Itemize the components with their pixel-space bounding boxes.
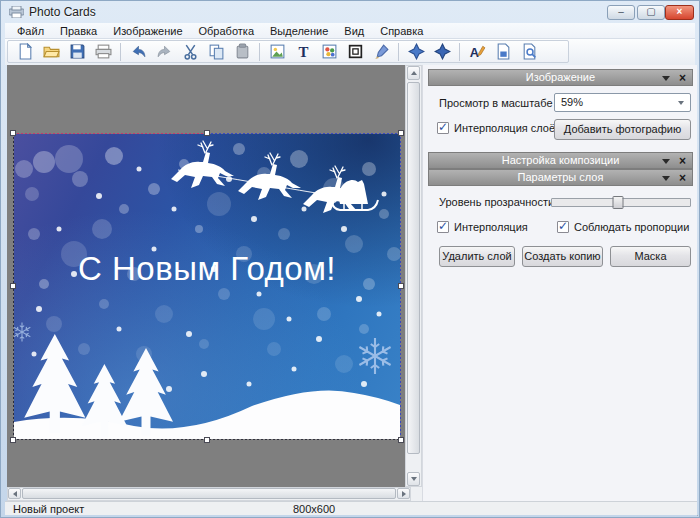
new-document-icon	[17, 43, 34, 60]
print-icon	[95, 43, 112, 60]
mask-button[interactable]: Маска	[610, 246, 691, 267]
toolbar-button-edit-text[interactable]: A	[464, 42, 490, 62]
section-header-image[interactable]: Изображение ×	[428, 69, 693, 86]
menu-item-1[interactable]: Файл	[9, 24, 52, 38]
resize-grip[interactable]	[693, 511, 694, 512]
checkbox-label: Интерполяция слоёв	[454, 122, 561, 134]
keep-proportions-checkbox[interactable]: Соблюдать пропорции	[557, 221, 689, 233]
toolbar-separator	[120, 43, 121, 61]
scroll-right-button[interactable]	[397, 488, 410, 499]
menu-item-7[interactable]: Справка	[372, 24, 431, 38]
arrow-down-icon	[411, 477, 417, 481]
toolbar-button-paste[interactable]	[229, 42, 255, 62]
paint-effects-icon	[373, 43, 390, 60]
toolbar-button-open-project[interactable]	[38, 42, 64, 62]
checkbox-label: Соблюдать пропорции	[574, 221, 689, 233]
collapse-icon[interactable]	[662, 176, 670, 181]
status-project-name: Новый проект	[13, 503, 84, 515]
toolbar-button-print[interactable]	[90, 42, 116, 62]
open-project-icon	[43, 43, 60, 60]
checkbox-box	[437, 221, 449, 233]
scroll-up-button[interactable]	[407, 66, 420, 80]
scrollbar-corner	[411, 487, 422, 501]
menu-item-6[interactable]: Вид	[336, 24, 372, 38]
vertical-scrollbar[interactable]	[405, 65, 422, 487]
interpolation-checkbox[interactable]: Интерполяция	[437, 221, 528, 233]
checkbox-box	[437, 122, 449, 134]
toolbar-button-cut[interactable]	[177, 42, 203, 62]
interpolate-layers-checkbox[interactable]: Интерполяция слоёв	[437, 122, 561, 134]
flip-horizontal-icon	[408, 43, 425, 60]
toolbar-icons: TA	[7, 40, 569, 63]
toolbar-button-add-text[interactable]: T	[290, 42, 316, 62]
menu-item-4[interactable]: Обработка	[191, 24, 262, 38]
toolbar-separator	[459, 43, 460, 61]
add-photo-button[interactable]: Добавить фотографию	[554, 119, 691, 140]
checkbox-box	[557, 221, 569, 233]
toolbar-separator	[259, 43, 260, 61]
undo-icon	[130, 43, 147, 60]
menu-item-2[interactable]: Правка	[52, 24, 105, 38]
marquee-edge-bottom	[13, 439, 401, 440]
toolbar-button-paint-effects[interactable]	[368, 42, 394, 62]
toolbar-button-copy[interactable]	[203, 42, 229, 62]
scroll-down-button[interactable]	[407, 472, 420, 486]
opacity-slider-thumb[interactable]	[613, 196, 624, 209]
section-title: Настройка композиции	[502, 154, 620, 166]
toolbar-button-save-project[interactable]	[64, 42, 90, 62]
opacity-slider[interactable]	[551, 195, 691, 210]
combo-arrow-icon	[678, 101, 684, 105]
edit-text-icon: A	[469, 43, 486, 60]
status-bar: Новый проект 800x600	[5, 501, 697, 515]
add-text-icon: T	[295, 43, 312, 60]
toolbar-button-flip-horizontal[interactable]	[403, 42, 429, 62]
collapse-icon[interactable]	[662, 76, 670, 81]
collapse-icon[interactable]	[662, 159, 670, 164]
menu-item-5[interactable]: Выделение	[262, 24, 336, 38]
add-image-icon	[269, 43, 286, 60]
zoom-value: 59%	[561, 96, 583, 108]
card-layer[interactable]: С Новым Годом!	[14, 134, 400, 439]
arrow-right-icon	[402, 491, 406, 497]
toolbar-button-flip-vertical[interactable]	[429, 42, 455, 62]
close-button[interactable]: ×	[665, 5, 694, 20]
side-panel: Изображение × Просмотр в масштабе 59% Ин…	[422, 65, 697, 501]
delete-layer-button[interactable]: Удалить слой	[439, 246, 515, 267]
opacity-label: Уровень прозрачности	[439, 196, 554, 208]
toolbar-button-undo[interactable]	[125, 42, 151, 62]
save-project-icon	[69, 43, 86, 60]
cut-icon	[182, 43, 199, 60]
minimize-button[interactable]: –	[607, 5, 635, 20]
section-close-icon[interactable]: ×	[679, 154, 686, 168]
toolbar-button-add-frame[interactable]	[342, 42, 368, 62]
menu-item-3[interactable]: Изображение	[105, 24, 190, 38]
preview-document-icon	[521, 43, 538, 60]
toolbar-button-redo[interactable]	[151, 42, 177, 62]
flip-vertical-icon	[434, 43, 451, 60]
toolbar-button-new-document[interactable]	[12, 42, 38, 62]
card-greeting-text[interactable]: С Новым Годом!	[14, 250, 400, 288]
section-header-composition[interactable]: Настройка композиции ×	[428, 152, 693, 169]
scroll-left-button[interactable]	[8, 488, 21, 499]
svg-text:A: A	[469, 45, 478, 60]
toolbar-button-preview-document[interactable]	[516, 42, 542, 62]
add-frame-icon	[347, 43, 364, 60]
export-document-icon	[495, 43, 512, 60]
horizontal-scrollbar[interactable]	[7, 487, 411, 501]
vertical-scroll-thumb[interactable]	[407, 82, 420, 454]
zoom-label: Просмотр в масштабе	[439, 97, 553, 109]
maximize-button[interactable]: ▢	[637, 5, 665, 20]
title-bar[interactable]: Photo Cards – ▢ ×	[1, 1, 699, 23]
canvas-workspace[interactable]: С Новым Годом!	[7, 65, 405, 487]
arrow-left-icon	[13, 491, 17, 497]
toolbar-button-export-document[interactable]	[490, 42, 516, 62]
copy-icon	[208, 43, 225, 60]
toolbar-button-add-clipart[interactable]	[316, 42, 342, 62]
section-close-icon[interactable]: ×	[679, 71, 686, 85]
zoom-select[interactable]: 59%	[554, 93, 691, 112]
horizontal-scroll-thumb[interactable]	[22, 488, 396, 499]
toolbar-button-add-image[interactable]	[264, 42, 290, 62]
section-header-layer[interactable]: Параметры слоя ×	[428, 169, 693, 186]
section-close-icon[interactable]: ×	[679, 171, 686, 185]
create-copy-button[interactable]: Создать копию	[522, 246, 603, 267]
